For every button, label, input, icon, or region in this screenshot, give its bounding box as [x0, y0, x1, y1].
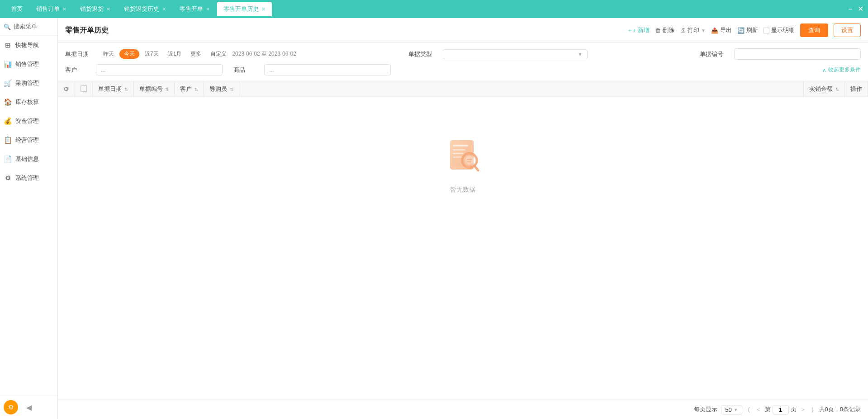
- col-date[interactable]: 单据日期 ⇅: [93, 81, 134, 97]
- query-button[interactable]: 查询: [800, 24, 828, 37]
- export-icon: 📤: [711, 27, 718, 34]
- filter-row-2: 客户 ... 商品 ... ∧ 收起更多条件: [65, 64, 861, 75]
- window-controls: － ✕: [847, 5, 863, 14]
- close-btn[interactable]: ✕: [858, 5, 863, 14]
- last-page-button[interactable]: ⟩: [810, 405, 816, 414]
- inventory-icon: 🏠: [4, 98, 12, 106]
- sidebar-item-sales-mgmt[interactable]: 📊 销售管理: [0, 55, 57, 74]
- close-tab-sales-order[interactable]: ✕: [62, 6, 66, 12]
- close-tab-retail-open-history[interactable]: ✕: [261, 6, 266, 12]
- col-spacer: [239, 81, 804, 97]
- sidebar-item-operations[interactable]: 📋 经营管理: [0, 131, 57, 150]
- goods-filter: 商品 ...: [233, 64, 391, 75]
- add-icon: ＋: [627, 26, 633, 34]
- next-page-button[interactable]: ＞: [798, 405, 808, 414]
- page-number-input[interactable]: [773, 405, 789, 414]
- col-checkbox[interactable]: [75, 81, 93, 97]
- page-end: 页: [791, 405, 797, 414]
- date-btn-1month[interactable]: 近1月: [164, 49, 185, 59]
- per-page-arrow: ▼: [734, 407, 738, 412]
- basic-info-icon: 📄: [4, 155, 12, 163]
- column-settings-icon[interactable]: ⚙: [63, 85, 69, 93]
- page-word: 第: [765, 405, 771, 414]
- minimize-btn[interactable]: －: [847, 5, 854, 14]
- date-btn-7days[interactable]: 近7天: [141, 49, 162, 59]
- purchase-mgmt-icon: 🛒: [4, 79, 12, 87]
- sidebar-collapse-button[interactable]: ◀: [22, 400, 36, 414]
- quick-nav-icon: ⊞: [4, 41, 12, 49]
- number-input[interactable]: [734, 48, 861, 60]
- page-title: 零售开单历史: [65, 26, 109, 35]
- sidebar-item-finance[interactable]: 💰 资金管理: [0, 112, 57, 131]
- settings-gear-button[interactable]: ⚙: [4, 400, 18, 414]
- add-button[interactable]: ＋ + 新增: [627, 26, 650, 34]
- svg-rect-0: [450, 140, 474, 169]
- per-page-label: 每页显示: [694, 405, 717, 414]
- search-icon: 🔍: [4, 24, 11, 30]
- empty-state-row: 暂无数据: [58, 97, 868, 231]
- col-settings[interactable]: ⚙: [58, 81, 75, 97]
- tab-retail-open[interactable]: 零售开单 ✕: [173, 2, 216, 16]
- date-btn-today[interactable]: 今天: [119, 49, 139, 59]
- close-tab-retail-open[interactable]: ✕: [206, 6, 210, 12]
- tab-sales-order[interactable]: 销售订单 ✕: [30, 2, 73, 16]
- tab-sales-return-history[interactable]: 销货退货历史 ✕: [118, 2, 172, 16]
- first-page-button[interactable]: ⟨: [746, 405, 752, 414]
- sidebar-search[interactable]: 🔍 搜索采单: [0, 18, 57, 36]
- close-tab-sales-return-history[interactable]: ✕: [162, 6, 166, 12]
- sort-date-icon[interactable]: ⇅: [124, 87, 128, 92]
- sidebar-item-basic-info[interactable]: 📄 基础信息: [0, 150, 57, 169]
- sort-salesperson-icon[interactable]: ⇅: [230, 87, 233, 92]
- goods-input[interactable]: ...: [264, 64, 391, 75]
- display-detail-button[interactable]: 显示明细: [764, 26, 795, 34]
- delete-button[interactable]: 🗑 删除: [655, 26, 674, 34]
- delete-icon: 🗑: [655, 27, 661, 34]
- empty-state-icon: [440, 133, 485, 179]
- svg-point-6: [465, 156, 474, 165]
- print-button[interactable]: 🖨 打印 ▼: [680, 26, 706, 34]
- sidebar-item-inventory[interactable]: 🏠 库存核算: [0, 93, 57, 112]
- col-action: 操作: [845, 81, 868, 97]
- page-header: 零售开单历史 ＋ + 新增 🗑 删除 🖨 打印 ▼ 📤 导出: [58, 18, 868, 43]
- sidebar-item-purchase-mgmt[interactable]: 🛒 采购管理: [0, 74, 57, 93]
- filter-area: 单据日期 昨天 今天 近7天 近1月 更多 自定义 2023-06-02 至 2…: [58, 43, 868, 81]
- sort-customer-icon[interactable]: ⇅: [194, 87, 198, 92]
- per-page-select[interactable]: 50 ▼: [721, 405, 742, 414]
- toolbar: ＋ + 新增 🗑 删除 🖨 打印 ▼ 📤 导出 🔄: [627, 24, 861, 37]
- col-amount[interactable]: 实销金额 ⇅: [804, 81, 845, 97]
- sidebar-item-quick-nav[interactable]: ⊞ 快捷导航: [0, 36, 57, 55]
- sidebar-item-system[interactable]: ⚙ 系统管理: [0, 169, 57, 188]
- date-btn-more[interactable]: 更多: [187, 49, 205, 59]
- collapse-more-button[interactable]: ∧ 收起更多条件: [822, 66, 861, 74]
- tab-home[interactable]: 首页: [5, 2, 29, 16]
- sort-amount-icon[interactable]: ⇅: [835, 87, 839, 92]
- finance-icon: 💰: [4, 117, 12, 125]
- refresh-button[interactable]: 🔄 刷新: [737, 26, 758, 34]
- date-btn-yesterday[interactable]: 昨天: [100, 49, 118, 59]
- col-number[interactable]: 单据编号 ⇅: [133, 81, 175, 97]
- tab-retail-open-history[interactable]: 零售开单历史 ✕: [217, 2, 272, 16]
- sort-number-icon[interactable]: ⇅: [165, 87, 169, 92]
- empty-text: 暂无数据: [450, 186, 475, 194]
- svg-rect-3: [453, 153, 464, 154]
- sales-mgmt-icon: 📊: [4, 60, 12, 68]
- empty-state: 暂无数据: [58, 97, 868, 230]
- prev-page-button[interactable]: ＜: [754, 405, 763, 414]
- export-button[interactable]: 📤 导出: [711, 26, 732, 34]
- top-nav: 首页 销售订单 ✕ 销货退货 ✕ 销货退货历史 ✕ 零售开单 ✕ 零售开单历史 …: [0, 0, 868, 18]
- tab-sales-return[interactable]: 销货退货 ✕: [74, 2, 117, 16]
- close-tab-sales-return[interactable]: ✕: [106, 6, 110, 12]
- print-dropdown-icon: ▼: [701, 28, 706, 33]
- select-all-checkbox[interactable]: [81, 85, 87, 92]
- system-icon: ⚙: [4, 174, 12, 182]
- col-salesperson[interactable]: 导购员 ⇅: [204, 81, 239, 97]
- customer-input[interactable]: ...: [96, 64, 223, 75]
- date-btn-custom[interactable]: 自定义: [207, 49, 230, 59]
- date-range-display: 2023-06-02 至 2023-06-02: [232, 50, 296, 58]
- col-customer[interactable]: 客户 ⇅: [175, 81, 204, 97]
- filter-row-1: 单据日期 昨天 今天 近7天 近1月 更多 自定义 2023-06-02 至 2…: [65, 48, 861, 60]
- table-wrapper: ⚙ 单据日期 ⇅ 单据编号 ⇅: [58, 81, 868, 400]
- type-select[interactable]: ▼: [443, 49, 588, 59]
- sidebar-bottom: ⚙ ◀: [0, 395, 57, 419]
- settings-button[interactable]: 设置: [834, 24, 861, 37]
